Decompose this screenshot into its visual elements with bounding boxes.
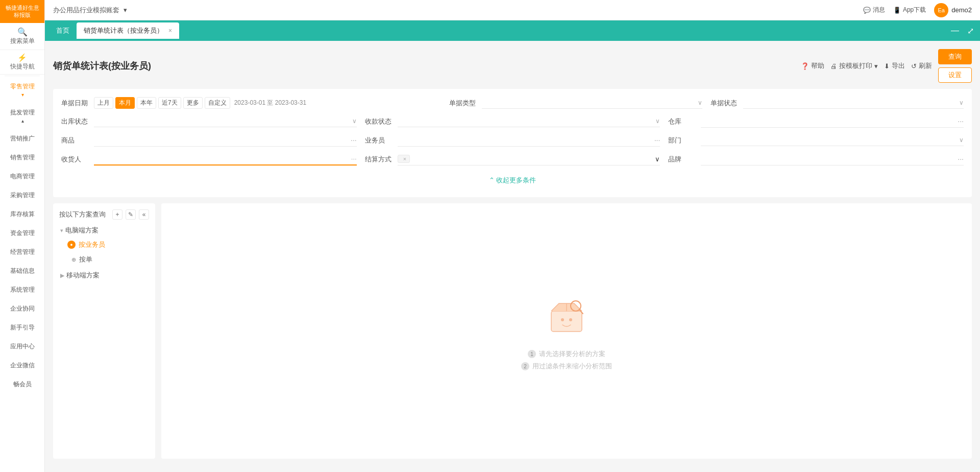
sidebar-search[interactable]: 🔍 搜索菜单 (0, 23, 44, 50)
message-button[interactable]: 💬 消息 (863, 6, 885, 14)
brand-select[interactable]: ··· (701, 153, 964, 166)
receiver-input[interactable] (94, 153, 357, 166)
right-content-area: 1 请先选择要分析的方案 2 用过滤条件来缩小分析范围 (161, 203, 972, 459)
filter-item-type: 单据类型 ∨ (449, 97, 702, 109)
filter-row-3: 商品 ··· 业务员 ··· (61, 134, 964, 147)
filter-item-recvstatus: 收款状态 ∨ (365, 115, 660, 127)
export-link[interactable]: ⬇ 导出 (884, 61, 905, 70)
filter-row-1: 单据日期 上月 本月 本年 近7天 更多 自定义 2023-03-01 至 20… (61, 97, 964, 109)
avatar: Ea (934, 3, 948, 17)
industry-selector[interactable]: 办公用品行业模拟账套 ▾ (53, 6, 127, 15)
date-range-display: 2023-03-01 至 2023-03-31 (234, 99, 306, 107)
empty-illustration (541, 288, 592, 339)
main-area: 办公用品行业模拟账套 ▾ 💬 消息 📱 App下载 Ea demo2 首页 (45, 0, 980, 472)
goods-select[interactable]: ··· (94, 134, 357, 147)
sidebar-item-appcenter[interactable]: 应用中心 (0, 337, 44, 356)
settle-tag-close[interactable]: × (403, 156, 406, 162)
warehouse-control: ··· (701, 115, 964, 128)
print-dropdown-icon: ▾ (874, 62, 878, 70)
dept-select[interactable]: ∨ (701, 134, 964, 146)
scheme-item-order[interactable]: ⊕ 按单 (57, 252, 151, 267)
sidebar-item-marketing[interactable]: 营销推广 (0, 129, 44, 148)
sidebar-item-operations[interactable]: 经营管理 (0, 243, 44, 262)
edit-scheme-button[interactable]: ✎ (126, 209, 136, 220)
sidebar-item-wechat[interactable]: 企业微信 (0, 356, 44, 375)
receiver-label: 收货人 (61, 155, 90, 164)
outstatus-control: ∨ (94, 115, 357, 127)
salesperson-label: 业务员 (365, 136, 394, 145)
brand-control: ··· (701, 153, 964, 166)
tab-bar-actions: — ⤢ (949, 25, 976, 37)
sidebar-item-retail[interactable]: 零售管理 ▾ (0, 77, 44, 103)
collapse-scheme-button[interactable]: « (139, 209, 149, 220)
order-sub-icon: ⊕ (71, 256, 76, 263)
scheme-item-salesperson[interactable]: ● 按业务员 (57, 237, 151, 252)
setting-button[interactable]: 设置 (938, 67, 972, 83)
svg-point-4 (561, 318, 564, 321)
tab-maximize-button[interactable]: ⤢ (965, 25, 976, 37)
sidebar-item-corp[interactable]: 企业协同 (0, 299, 44, 318)
sidebar-quick-nav[interactable]: ⚡ 快捷导航 (0, 50, 44, 75)
recvstatus-label: 收款状态 (365, 117, 394, 126)
scheme-group-mobile[interactable]: ▶ 移动端方案 (57, 269, 151, 282)
recvstatus-select[interactable]: ∨ (398, 115, 660, 127)
refresh-link[interactable]: ↺ 刷新 (911, 61, 932, 70)
status-select[interactable]: ∨ (743, 97, 964, 109)
sidebar: 畅捷通好生意 标报版 🔍 搜索菜单 ⚡ 快捷导航 零售管理 ▾ 批发管理 ▴ 营… (0, 0, 45, 472)
user-menu[interactable]: Ea demo2 (934, 3, 972, 17)
app-download-button[interactable]: 📱 App下载 (893, 6, 926, 14)
phone-icon: 📱 (893, 7, 901, 14)
collapse-bar[interactable]: ⌃ 收起更多条件 (61, 172, 964, 189)
sidebar-item-inventory[interactable]: 库存核算 (0, 205, 44, 224)
date-btn-custom[interactable]: 自定义 (205, 97, 230, 109)
date-btn-7days[interactable]: 近7天 (158, 97, 181, 109)
outstatus-select[interactable]: ∨ (94, 115, 357, 127)
filter-item-brand: 品牌 ··· (668, 153, 964, 166)
empty-state: 1 请先选择要分析的方案 2 用过滤条件来缩小分析范围 (501, 268, 632, 394)
sidebar-divider-1 (5, 76, 40, 76)
sidebar-item-sales[interactable]: 销售管理 (0, 148, 44, 167)
tab-bar: 首页 销货单统计表（按业务员） × — ⤢ (45, 20, 980, 41)
date-btn-more[interactable]: 更多 (183, 97, 203, 109)
sidebar-item-basic[interactable]: 基础信息 (0, 262, 44, 280)
status-control: ∨ (743, 97, 964, 109)
outstatus-arrow-icon: ∨ (352, 117, 357, 125)
sidebar-item-wholesale[interactable]: 批发管理 ▴ (0, 103, 44, 129)
sidebar-item-newuser[interactable]: 新手引导 (0, 318, 44, 337)
date-btn-this-month[interactable]: 本月 (115, 97, 135, 109)
message-icon: 💬 (863, 7, 871, 14)
add-scheme-button[interactable]: + (112, 209, 122, 220)
page-header-actions: ❓ 帮助 🖨 按模板打印 ▾ ⬇ 导出 ↺ 刷新 查询 (801, 49, 972, 83)
query-button[interactable]: 查询 (938, 49, 972, 64)
settle-arrow-icon: ∨ (655, 155, 660, 163)
date-label: 单据日期 (61, 99, 90, 108)
tab-home[interactable]: 首页 (49, 22, 77, 39)
scheme-group-pc[interactable]: ▾ 电脑端方案 (57, 224, 151, 237)
tab-minimize-button[interactable]: — (949, 25, 961, 37)
help-link[interactable]: ❓ 帮助 (801, 61, 824, 70)
print-link[interactable]: 🖨 按模板打印 ▾ (830, 61, 878, 70)
sidebar-item-system[interactable]: 系统管理 (0, 280, 44, 299)
warehouse-select[interactable]: ··· (701, 115, 964, 128)
sidebar-item-finance[interactable]: 资金管理 (0, 224, 44, 243)
order-scheme-label: 按单 (79, 255, 92, 264)
help-icon: ❓ (801, 62, 809, 70)
filter-item-dept: 部门 ∨ (668, 134, 964, 146)
tab-close-icon[interactable]: × (168, 27, 172, 34)
tab-active[interactable]: 销货单统计表（按业务员） × (77, 22, 179, 39)
scheme-section-pc: ▾ 电脑端方案 ● 按业务员 ⊕ 按单 (57, 224, 151, 267)
recvstatus-arrow-icon: ∨ (655, 117, 660, 125)
sidebar-logo[interactable]: 畅捷通好生意 标报版 (0, 0, 44, 23)
date-btn-last-month[interactable]: 上月 (94, 97, 113, 109)
edit-icon: ✎ (128, 211, 133, 218)
date-btn-this-year[interactable]: 本年 (137, 97, 156, 109)
sidebar-item-purchase[interactable]: 采购管理 (0, 186, 44, 205)
sidebar-item-ecommerce[interactable]: 电商管理 (0, 167, 44, 186)
left-panel: 按以下方案查询 + ✎ « ▾ (53, 203, 155, 459)
type-select[interactable]: ∨ (482, 97, 702, 109)
sidebar-item-member[interactable]: 畅会员 (0, 375, 44, 394)
left-panel-actions: + ✎ « (112, 209, 149, 220)
type-control: ∨ (482, 97, 702, 109)
salesperson-select[interactable]: ··· (398, 134, 660, 147)
svg-point-5 (569, 318, 572, 321)
